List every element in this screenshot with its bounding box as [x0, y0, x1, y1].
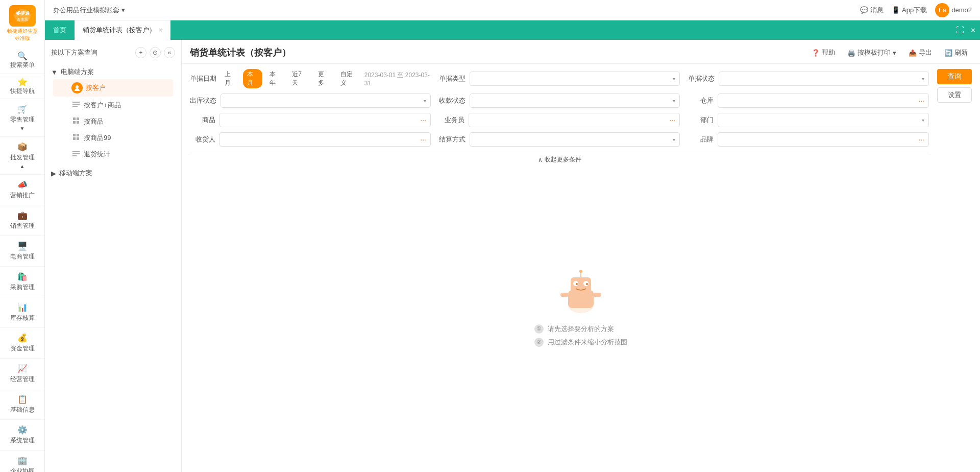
svg-rect-27	[560, 293, 569, 297]
scheme-item-customer[interactable]: 按客户	[53, 79, 173, 97]
department-label: 部门	[688, 115, 714, 125]
tip-num-1: ①	[534, 324, 544, 334]
date-this-month[interactable]: 本月	[243, 69, 262, 88]
tab-close-btn[interactable]: ✕	[970, 27, 976, 34]
filter-stock-status: 出库状态 ▾	[190, 93, 431, 108]
avatar: Ea	[935, 3, 949, 17]
scheme-item-customer-goods[interactable]: 按客户+商品	[53, 97, 173, 113]
message-btn[interactable]: 💬 消息	[860, 6, 884, 15]
stock-status-select[interactable]: ▾	[220, 93, 431, 108]
export-btn[interactable]: 📤 导出	[904, 46, 936, 59]
sidebar-item-enterprise[interactable]: 🏢 企业协同	[0, 451, 44, 472]
maximize-btn[interactable]: ⛶	[956, 26, 964, 35]
collapse-btn[interactable]: ∧ 收起更多条件	[190, 152, 929, 167]
svg-rect-14	[77, 137, 79, 140]
sidebar-search-item[interactable]: 🔍 搜索菜单	[0, 47, 44, 74]
sidebar-item-sales[interactable]: 💼 销售管理	[0, 205, 44, 236]
order-status-chevron: ▾	[922, 76, 924, 82]
refresh-icon: 🔄	[944, 49, 952, 57]
industry-label: 办公用品行业模拟账套	[53, 6, 119, 15]
salesperson-dots[interactable]: ···	[669, 116, 675, 124]
collapse-panel-btn[interactable]: «	[164, 47, 175, 58]
scheme-item-return[interactable]: 退货统计	[53, 146, 173, 162]
add-scheme-btn[interactable]: +	[135, 47, 146, 58]
payment-status-select[interactable]: ▾	[470, 93, 680, 108]
sidebar-item-system[interactable]: ⚙️ 系统管理	[0, 420, 44, 451]
setting-btn[interactable]: 设置	[937, 87, 972, 103]
sidebar-logo[interactable]: 畅捷通 好生意 畅捷通好生意 标准版	[0, 0, 44, 47]
app-download-btn[interactable]: 📱 App下载	[892, 6, 927, 15]
order-type-select[interactable]: ▾	[470, 72, 680, 86]
goods-icon	[71, 116, 81, 126]
industry-selector[interactable]: 办公用品行业模拟账套 ▾	[53, 6, 125, 15]
receiver-dots[interactable]: ···	[420, 135, 426, 144]
date-last-month[interactable]: 上月	[220, 69, 240, 88]
print-btn[interactable]: 🖨️ 按模板打印 ▾	[843, 46, 900, 59]
basic-icon: 📋	[17, 394, 28, 404]
page-actions: ❓ 帮助 🖨️ 按模板打印 ▾ 📤 导出 🔄 刷新	[807, 46, 972, 59]
sidebar-item-purchase[interactable]: 🛍️ 采购管理	[0, 267, 44, 297]
scheme-section: ▼ 电脑端方案 按客户 按客户+商品	[45, 61, 181, 184]
sidebar-item-inventory[interactable]: 📊 库存核算	[0, 297, 44, 328]
svg-point-3	[76, 85, 79, 88]
sidebar-item-retail[interactable]: 🛒 零售管理 ▼	[0, 99, 44, 137]
svg-rect-12	[77, 134, 79, 136]
receiver-input[interactable]: ···	[219, 132, 431, 147]
tab-bar: 首页 销货单统计表（按客户） × ⛶ ✕	[45, 20, 980, 40]
date-label: 单据日期	[190, 74, 216, 83]
mobile-group-header[interactable]: ▶ 移动端方案	[51, 167, 175, 180]
tab-home[interactable]: 首页	[45, 20, 75, 40]
sidebar-item-ecommerce[interactable]: 🖥️ 电商管理	[0, 236, 44, 267]
date-more[interactable]: 更多	[314, 69, 333, 88]
warehouse-label: 仓库	[688, 96, 714, 105]
desktop-group-header[interactable]: ▼ 电脑端方案	[51, 65, 175, 79]
warehouse-input[interactable]: ···	[718, 93, 929, 108]
scheme-item-goods99[interactable]: 按商品99	[53, 130, 173, 146]
refresh-btn[interactable]: 🔄 刷新	[940, 46, 972, 59]
order-status-select[interactable]: ▾	[719, 72, 929, 86]
filter-row-3: 商品 ··· 业务员 ···	[190, 113, 929, 127]
goods99-icon	[71, 133, 81, 143]
sidebar-item-marketing[interactable]: 📣 营销推广	[0, 175, 44, 205]
left-panel: 按以下方案查询 + ⊙ « ▼ 电脑端方案	[45, 40, 182, 472]
date-this-year[interactable]: 本年	[265, 69, 285, 88]
sidebar-nav-item[interactable]: ⭐ 快捷导航	[0, 74, 44, 99]
sidebar-item-operations[interactable]: 📈 经营管理	[0, 359, 44, 389]
right-panel: 销货单统计表（按客户） ❓ 帮助 🖨️ 按模板打印 ▾ 📤 导出	[182, 40, 980, 472]
department-select[interactable]: ▾	[718, 113, 929, 127]
scheme-goods-label: 按商品	[84, 117, 104, 126]
sidebar-item-wholesale[interactable]: 📦 批发管理 ▲	[0, 137, 44, 175]
main-area: 办公用品行业模拟账套 ▾ 💬 消息 📱 App下载 Ea demo2 首页	[45, 0, 980, 472]
svg-rect-19	[568, 290, 594, 308]
goods-input[interactable]: ···	[219, 113, 431, 127]
date-last-7days[interactable]: 近7天	[288, 69, 310, 88]
scheme-item-goods[interactable]: 按商品	[53, 113, 173, 129]
settlement-select[interactable]: ▾	[470, 132, 680, 147]
help-btn[interactable]: ❓ 帮助	[807, 46, 839, 59]
customer-goods-icon	[71, 100, 81, 110]
salesperson-input[interactable]: ···	[469, 113, 680, 127]
sidebar-item-finance[interactable]: 💰 资金管理	[0, 328, 44, 359]
svg-rect-15	[72, 151, 80, 152]
user-profile[interactable]: Ea demo2	[935, 3, 972, 17]
query-btn[interactable]: 查询	[937, 69, 972, 84]
brand-dots[interactable]: ···	[918, 135, 924, 144]
scheme-customer-label: 按客户	[86, 83, 106, 92]
operations-icon: 📈	[17, 364, 28, 373]
tab-close-icon[interactable]: ×	[159, 27, 162, 34]
sidebar-menu: 🛒 零售管理 ▼ 📦 批发管理 ▲ 📣 营销推广 💼 销售管理 🖥️ 电商管理 …	[0, 99, 44, 472]
edit-scheme-btn[interactable]: ⊙	[150, 47, 161, 58]
dropdown-icon: ▾	[121, 6, 125, 14]
desktop-scheme-group: ▼ 电脑端方案 按客户 按客户+商品	[45, 63, 181, 164]
tab-sales-report[interactable]: 销货单统计表（按客户） ×	[75, 20, 170, 40]
page-title: 销货单统计表（按客户）	[190, 46, 291, 59]
help-icon: ❓	[812, 49, 820, 57]
brand-input[interactable]: ···	[718, 132, 929, 147]
date-custom[interactable]: 自定义	[336, 69, 361, 88]
sidebar-item-basic[interactable]: 📋 基础信息	[0, 389, 44, 420]
warehouse-dots[interactable]: ···	[918, 97, 924, 105]
message-icon: 💬	[860, 6, 868, 14]
goods-dots[interactable]: ···	[420, 116, 426, 124]
filter-goods: 商品 ···	[190, 113, 431, 127]
settlement-label: 结算方式	[439, 135, 465, 144]
